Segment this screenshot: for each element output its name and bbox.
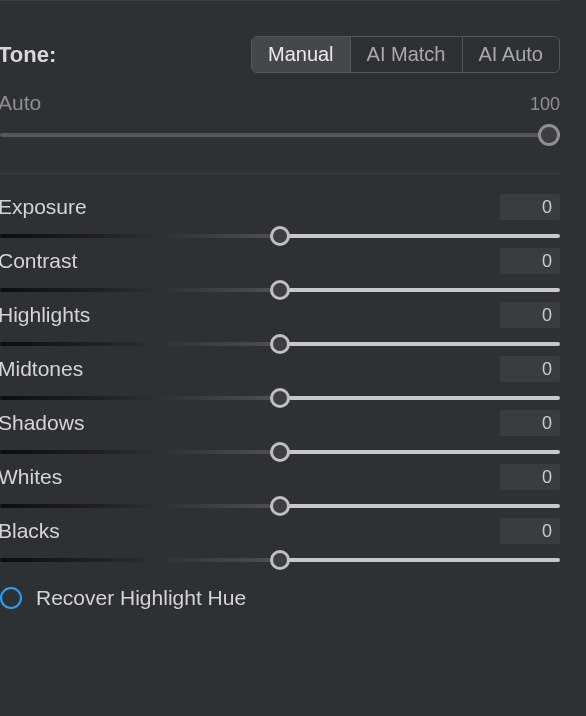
- recover-highlight-hue-label: Recover Highlight Hue: [36, 586, 246, 610]
- auto-slider-label: Auto: [0, 91, 41, 115]
- exposure-label: Exposure: [0, 195, 87, 219]
- contrast-value[interactable]: 0: [500, 248, 560, 274]
- highlights-thumb[interactable]: [270, 334, 290, 354]
- contrast-label: Contrast: [0, 249, 77, 273]
- midtones-track[interactable]: [0, 396, 560, 400]
- exposure-track[interactable]: [0, 234, 560, 238]
- section-divider: [0, 173, 560, 174]
- highlights-track[interactable]: [0, 342, 560, 346]
- auto-slider-track[interactable]: [0, 133, 560, 137]
- blacks-label: Blacks: [0, 519, 60, 543]
- shadows-thumb[interactable]: [270, 442, 290, 462]
- whites-value[interactable]: 0: [500, 464, 560, 490]
- blacks-value[interactable]: 0: [500, 518, 560, 544]
- contrast-slider: Contrast 0: [0, 248, 586, 292]
- shadows-label: Shadows: [0, 411, 84, 435]
- midtones-label: Midtones: [0, 357, 83, 381]
- auto-slider-thumb[interactable]: [538, 124, 560, 146]
- auto-slider-block: Auto 100: [0, 91, 586, 137]
- tone-mode-ai-auto-button[interactable]: AI Auto: [463, 37, 560, 72]
- tone-mode-manual-button[interactable]: Manual: [252, 37, 351, 72]
- blacks-thumb[interactable]: [270, 550, 290, 570]
- shadows-slider: Shadows 0: [0, 410, 586, 454]
- midtones-thumb[interactable]: [270, 388, 290, 408]
- midtones-value[interactable]: 0: [500, 356, 560, 382]
- exposure-slider: Exposure 0: [0, 194, 586, 238]
- auto-slider-value: 100: [530, 94, 560, 115]
- contrast-track[interactable]: [0, 288, 560, 292]
- tone-label: Tone:: [0, 42, 56, 68]
- tone-mode-ai-match-button[interactable]: AI Match: [351, 37, 463, 72]
- highlights-label: Highlights: [0, 303, 90, 327]
- whites-track[interactable]: [0, 504, 560, 508]
- whites-label: Whites: [0, 465, 62, 489]
- highlights-value[interactable]: 0: [500, 302, 560, 328]
- circle-icon[interactable]: [0, 587, 22, 609]
- shadows-value[interactable]: 0: [500, 410, 560, 436]
- tone-panel: Tone: Manual AI Match AI Auto Auto 100 E…: [0, 0, 586, 716]
- divider: [0, 0, 560, 1]
- blacks-track[interactable]: [0, 558, 560, 562]
- auto-slider-head: Auto 100: [0, 91, 560, 115]
- exposure-thumb[interactable]: [270, 226, 290, 246]
- whites-slider: Whites 0: [0, 464, 586, 508]
- whites-thumb[interactable]: [270, 496, 290, 516]
- recover-highlight-hue-row[interactable]: Recover Highlight Hue: [0, 586, 586, 610]
- tone-mode-segmented: Manual AI Match AI Auto: [251, 36, 560, 73]
- highlights-slider: Highlights 0: [0, 302, 586, 346]
- tone-header-row: Tone: Manual AI Match AI Auto: [0, 10, 586, 73]
- shadows-track[interactable]: [0, 450, 560, 454]
- midtones-slider: Midtones 0: [0, 356, 586, 400]
- adjustment-sliders: Exposure 0 Contrast 0 Highlights 0: [0, 194, 586, 562]
- blacks-slider: Blacks 0: [0, 518, 586, 562]
- exposure-value[interactable]: 0: [500, 194, 560, 220]
- contrast-thumb[interactable]: [270, 280, 290, 300]
